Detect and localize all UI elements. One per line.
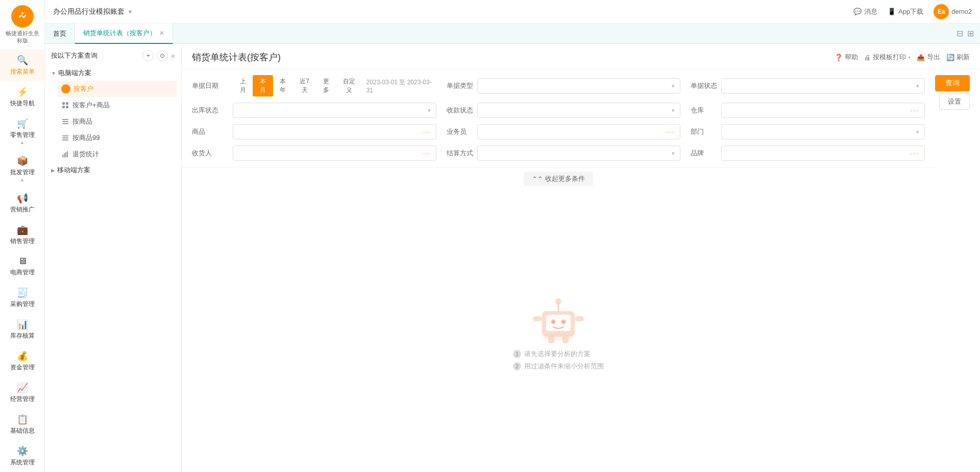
- sidebar-item-system-label: 系统管理: [10, 458, 35, 467]
- plan-group-mobile-title[interactable]: ▶ 移动端方案: [49, 162, 177, 178]
- department-arrow-icon: ▾: [916, 129, 919, 135]
- sidebar-item-ecommerce-label: 电商管理: [10, 268, 35, 277]
- department-select[interactable]: ▾: [721, 124, 925, 139]
- product-select[interactable]: ···: [233, 124, 436, 139]
- help-button[interactable]: ❓ 帮助: [835, 53, 858, 62]
- plan-item-by-product-99[interactable]: 按商品99: [57, 130, 177, 146]
- payment-status-label: 收款状态: [436, 106, 477, 115]
- maximize-icon[interactable]: ⊞: [967, 29, 974, 38]
- settlement-select[interactable]: ▾: [477, 146, 681, 161]
- app-logo-text: 畅捷通好生意 标版: [4, 30, 40, 44]
- refresh-button[interactable]: 🔄 刷新: [946, 53, 970, 62]
- quick-nav-icon: ⚡: [17, 86, 28, 98]
- plan-group-mobile: ▶ 移动端方案: [45, 162, 181, 178]
- sidebar-item-wholesale[interactable]: 📦 批发管理 ▲: [0, 150, 44, 187]
- settlement-label: 结算方式: [436, 149, 477, 158]
- bill-status-label: 单据状态: [680, 81, 721, 90]
- sidebar-item-finance-label: 资金管理: [10, 363, 35, 372]
- sidebar-item-search[interactable]: 🔍 搜索菜单: [0, 50, 44, 81]
- sidebar-item-retail[interactable]: 🛒 零售管理 ▲: [0, 113, 44, 150]
- sidebar-item-marketing[interactable]: 📢 营销推广: [0, 187, 44, 219]
- plan-item-by-customer[interactable]: 按客户: [57, 81, 177, 97]
- svg-rect-25: [533, 316, 542, 321]
- bill-type-label: 单据类型: [436, 81, 477, 90]
- brand-select[interactable]: ···: [721, 146, 925, 161]
- title-dropdown-icon[interactable]: ▾: [129, 8, 132, 15]
- date-btn-last-month[interactable]: 上月: [233, 75, 253, 97]
- refresh-icon: 🔄: [946, 54, 954, 61]
- warehouse-control: ···: [721, 103, 925, 118]
- date-btn-more[interactable]: 更多: [316, 75, 336, 97]
- purchase-icon: 🧾: [17, 287, 28, 298]
- svg-rect-2: [62, 102, 65, 105]
- minimize-icon[interactable]: ⊟: [957, 29, 963, 38]
- settings-plan-button[interactable]: ⊙: [157, 50, 168, 61]
- date-btn-custom[interactable]: 自定义: [336, 75, 362, 97]
- tab-close-icon[interactable]: ✕: [159, 30, 164, 37]
- retail-icon: 🛒: [17, 118, 28, 129]
- message-label: 消息: [864, 7, 877, 16]
- sidebar-item-system[interactable]: ⚙️ 系统管理: [0, 440, 44, 472]
- settings-button[interactable]: 设置: [939, 93, 970, 110]
- sidebar-item-quick-nav[interactable]: ⚡ 快捷导航: [0, 81, 44, 113]
- product-label: 商品: [192, 127, 233, 136]
- export-button[interactable]: 📤 导出: [917, 53, 940, 62]
- warehouse-select[interactable]: ···: [721, 103, 925, 118]
- app-logo[interactable]: 畅捷通好生意 标版: [0, 0, 44, 50]
- salesperson-select[interactable]: ···: [477, 124, 681, 139]
- date-btn-this-year[interactable]: 本年: [273, 75, 293, 97]
- recipient-select[interactable]: ···: [233, 146, 436, 161]
- sidebar-item-finance[interactable]: 💰 资金管理: [0, 345, 44, 377]
- message-button[interactable]: 💬 消息: [853, 7, 877, 16]
- date-btn-last-7-days[interactable]: 近7天: [293, 75, 316, 97]
- sidebar: 畅捷通好生意 标版 🔍 搜索菜单 ⚡ 快捷导航 🛒 零售管理 ▲ 📦 批发管理 …: [0, 0, 45, 472]
- return-stat-icon: [61, 150, 69, 158]
- collapse-conditions-button[interactable]: ⌃⌃ 收起更多条件: [524, 172, 593, 186]
- add-plan-button[interactable]: +: [142, 50, 154, 61]
- out-status-select[interactable]: ▾: [233, 103, 436, 118]
- plan-item-by-product[interactable]: 按商品: [57, 113, 177, 130]
- sidebar-item-purchase[interactable]: 🧾 采购管理: [0, 282, 44, 314]
- plan-group-pc-title[interactable]: ▼ 电脑端方案: [49, 65, 177, 81]
- svg-rect-4: [62, 106, 65, 108]
- svg-point-1: [21, 12, 23, 14]
- out-status-arrow-icon: ▾: [428, 107, 431, 114]
- user-menu[interactable]: Ea demo2: [934, 4, 972, 19]
- empty-tip-1: 1 请先选择要分析的方案: [513, 349, 604, 359]
- sidebar-item-basic-info[interactable]: 📋 基础信息: [0, 409, 44, 440]
- date-control: 上月 本月 本年 近7天 更多 自定义 2023-03-01 至 2023-03…: [233, 75, 436, 97]
- wholesale-icon: 📦: [17, 155, 28, 167]
- query-button[interactable]: 查询: [935, 75, 970, 91]
- sidebar-item-inventory-label: 库存核算: [10, 332, 35, 340]
- bill-type-select[interactable]: ▾: [477, 78, 681, 93]
- department-control: ▾: [721, 124, 925, 139]
- recipient-label: 收货人: [192, 149, 233, 158]
- print-button[interactable]: 🖨 按模板打印 ▾: [864, 53, 911, 62]
- sidebar-item-sales-mgmt[interactable]: 💼 销售管理: [0, 219, 44, 251]
- product-control: ···: [233, 124, 436, 139]
- bill-status-select[interactable]: ▾: [721, 78, 925, 93]
- right-panel: 销货单统计表(按客户) ❓ 帮助 🖨 按模板打印 ▾ 📤 导出: [182, 44, 980, 472]
- print-icon: 🖨: [864, 54, 871, 61]
- sidebar-item-operations[interactable]: 📈 经营管理: [0, 377, 44, 409]
- tab-home[interactable]: 首页: [45, 23, 75, 44]
- app-download-button[interactable]: 📱 App下载: [888, 7, 923, 16]
- main-area: 办公用品行业模拟账套 ▾ 💬 消息 📱 App下载 Ea demo2 首页 销货…: [45, 0, 980, 472]
- plan-item-by-customer-product[interactable]: 按客户+商品: [57, 97, 177, 113]
- tab-sales-stat[interactable]: 销货单统计表（按客户） ✕: [75, 23, 173, 44]
- tab-bar: 首页 销货单统计表（按客户） ✕ ⊟ ⊞: [45, 23, 980, 44]
- operations-icon: 📈: [17, 382, 28, 393]
- filter-and-results: 单据日期 上月 本月 本年 近7天 更多 自定义 2023-03-01 至 20…: [182, 69, 935, 472]
- sidebar-item-ecommerce[interactable]: 🖥 电商管理: [0, 251, 44, 282]
- date-btn-this-month[interactable]: 本月: [253, 75, 273, 97]
- sidebar-item-inventory[interactable]: 📊 库存核算: [0, 314, 44, 345]
- sidebar-item-search-label: 搜索菜单: [10, 67, 35, 76]
- payment-status-arrow-icon: ▾: [672, 107, 675, 114]
- top-header: 办公用品行业模拟账套 ▾ 💬 消息 📱 App下载 Ea demo2: [45, 0, 980, 23]
- payment-status-select[interactable]: ▾: [477, 103, 681, 118]
- collapse-panel-button[interactable]: «: [171, 52, 175, 60]
- export-label: 导出: [927, 53, 940, 62]
- svg-rect-27: [548, 335, 554, 343]
- basic-info-icon: 📋: [17, 414, 28, 425]
- plan-item-return-stat[interactable]: 退货统计: [57, 146, 177, 162]
